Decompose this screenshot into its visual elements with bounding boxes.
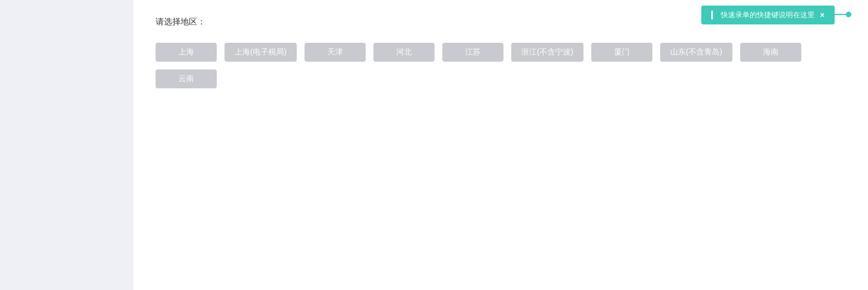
main-content: 请选择地区： 上海上海(电子税局)天津河北江苏浙江(不含宁波)厦门山东(不含青岛… [133, 0, 868, 290]
region-button[interactable]: 浙江(不含宁波) [511, 43, 583, 62]
tooltip-text: 快速录单的快捷键说明在这里 [721, 10, 815, 20]
region-button[interactable]: 山东(不含青岛) [660, 43, 732, 62]
region-button[interactable]: 上海 [156, 43, 217, 62]
region-button[interactable]: 上海(电子税局) [225, 43, 297, 62]
region-button[interactable]: 云南 [156, 69, 217, 88]
region-button[interactable]: 天津 [305, 43, 366, 62]
connector-dot [846, 12, 851, 17]
tooltip-close-button[interactable]: × [820, 11, 825, 19]
region-buttons-container: 上海上海(电子税局)天津河北江苏浙江(不含宁波)厦门山东(不含青岛)海南云南 [156, 43, 846, 88]
region-button[interactable]: 江苏 [442, 43, 503, 62]
region-button[interactable]: 厦门 [591, 43, 652, 62]
region-button[interactable]: 海南 [740, 43, 801, 62]
tooltip-banner: 快速录单的快捷键说明在这里 × [701, 6, 835, 24]
sidebar [0, 0, 133, 290]
region-button[interactable]: 河北 [373, 43, 435, 62]
tooltip-bar-icon [711, 11, 713, 19]
